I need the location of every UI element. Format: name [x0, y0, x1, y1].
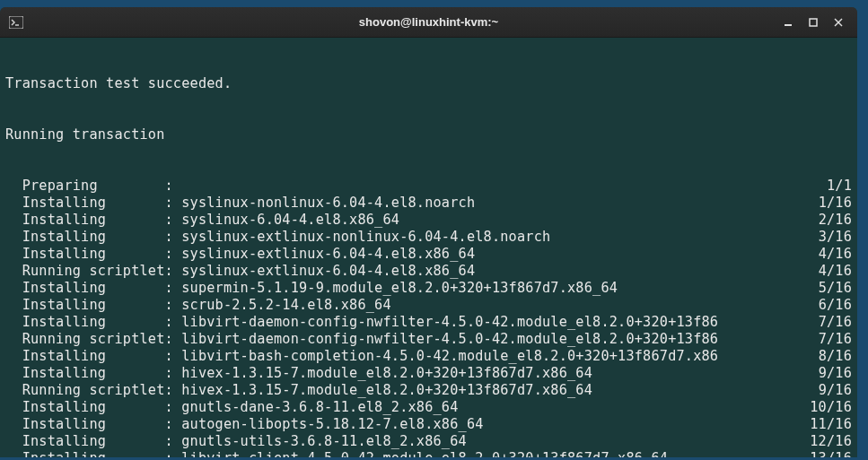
output-line: Transaction test succeeded. — [5, 75, 852, 92]
action-label: Installing : — [5, 297, 181, 314]
action-label: Installing : — [5, 433, 181, 450]
package-name: syslinux-extlinux-6.04-4.el8.x86_64 — [181, 246, 798, 263]
progress-count: 2/16 — [798, 212, 852, 229]
close-button[interactable] — [832, 16, 845, 29]
output-line: Installing : libvirt-daemon-config-nwfil… — [5, 314, 852, 331]
output-line: Installing : syslinux-nonlinux-6.04-4.el… — [5, 195, 852, 212]
terminal-output[interactable]: Transaction test succeeded. Running tran… — [0, 38, 857, 457]
progress-count: 5/16 — [798, 280, 852, 297]
package-name: hivex-1.3.15-7.module_el8.2.0+320+13f867… — [181, 365, 798, 382]
package-name: hivex-1.3.15-7.module_el8.2.0+320+13f867… — [181, 382, 798, 399]
progress-count: 1/16 — [798, 195, 852, 212]
action-label: Installing : — [5, 365, 181, 382]
package-name: libvirt-bash-completion-4.5.0-42.module_… — [181, 348, 798, 365]
output-line: Running scriptlet: libvirt-daemon-config… — [5, 331, 852, 348]
package-name: syslinux-nonlinux-6.04-4.el8.noarch — [181, 195, 798, 212]
output-line: Installing : gnutls-dane-3.6.8-11.el8_2.… — [5, 399, 852, 416]
package-name: syslinux-extlinux-6.04-4.el8.x86_64 — [181, 263, 798, 280]
package-name: syslinux-extlinux-nonlinux-6.04-4.el8.no… — [181, 229, 798, 246]
package-name: libvirt-client-4.5.0-42.module_el8.2.0+3… — [181, 450, 798, 457]
package-name: autogen-libopts-5.18.12-7.el8.x86_64 — [181, 416, 798, 433]
action-label: Running scriptlet: — [5, 331, 181, 348]
output-line: Installing : syslinux-extlinux-6.04-4.el… — [5, 246, 852, 263]
svg-rect-3 — [810, 19, 817, 26]
output-line: Installing : syslinux-extlinux-nonlinux-… — [5, 229, 852, 246]
progress-count: 7/16 — [798, 314, 852, 331]
window-controls — [782, 7, 852, 38]
package-name — [173, 178, 798, 195]
output-line: Installing : supermin-5.1.19-9.module_el… — [5, 280, 852, 297]
action-label: Running scriptlet: — [5, 263, 181, 280]
output-line: Running scriptlet: syslinux-extlinux-6.0… — [5, 263, 852, 280]
output-line: Installing : hivex-1.3.15-7.module_el8.2… — [5, 365, 852, 382]
package-name: scrub-2.5.2-14.el8.x86_64 — [181, 297, 798, 314]
action-label: Installing : — [5, 212, 181, 229]
progress-count: 4/16 — [798, 246, 852, 263]
progress-count: 1/1 — [798, 178, 852, 195]
output-line: Installing : libvirt-client-4.5.0-42.mod… — [5, 450, 852, 457]
action-label: Installing : — [5, 348, 181, 365]
progress-count: 12/16 — [798, 433, 852, 450]
terminal-window: shovon@linuxhint-kvm:~ Transaction test … — [0, 7, 857, 457]
output-line: Installing : gnutls-utils-3.6.8-11.el8_2… — [5, 433, 852, 450]
output-line: Installing : autogen-libopts-5.18.12-7.e… — [5, 416, 852, 433]
progress-count: 3/16 — [798, 229, 852, 246]
package-name: libvirt-daemon-config-nwfilter-4.5.0-42.… — [181, 331, 798, 348]
output-line: Installing : libvirt-bash-completion-4.5… — [5, 348, 852, 365]
progress-count: 9/16 — [798, 382, 852, 399]
progress-count: 6/16 — [798, 297, 852, 314]
progress-count: 7/16 — [798, 331, 852, 348]
terminal-icon[interactable] — [9, 7, 23, 38]
progress-count: 8/16 — [798, 348, 852, 365]
output-line: Running scriptlet: hivex-1.3.15-7.module… — [5, 382, 852, 399]
output-line: Installing : syslinux-6.04-4.el8.x86_642… — [5, 212, 852, 229]
action-label: Installing : — [5, 280, 181, 297]
package-name: libvirt-daemon-config-nwfilter-4.5.0-42.… — [181, 314, 798, 331]
window-title: shovon@linuxhint-kvm:~ — [359, 15, 498, 29]
action-label: Installing : — [5, 229, 181, 246]
package-name: gnutls-dane-3.6.8-11.el8_2.x86_64 — [181, 399, 798, 416]
progress-count: 13/16 — [798, 450, 852, 457]
action-label: Running scriptlet: — [5, 382, 181, 399]
package-name: supermin-5.1.19-9.module_el8.2.0+320+13f… — [181, 280, 798, 297]
package-name: syslinux-6.04-4.el8.x86_64 — [181, 212, 798, 229]
progress-count: 10/16 — [798, 399, 852, 416]
action-label: Installing : — [5, 314, 181, 331]
maximize-button[interactable] — [807, 16, 820, 29]
minimize-button[interactable] — [782, 16, 794, 29]
action-label: Installing : — [5, 195, 181, 212]
package-name: gnutls-utils-3.6.8-11.el8_2.x86_64 — [181, 433, 798, 450]
titlebar: shovon@linuxhint-kvm:~ — [0, 7, 857, 38]
output-line: Preparing :1/1 — [5, 178, 852, 195]
progress-count: 9/16 — [798, 365, 852, 382]
progress-count: 11/16 — [798, 416, 852, 433]
progress-count: 4/16 — [798, 263, 852, 280]
output-line: Running transaction — [5, 126, 852, 143]
action-label: Installing : — [5, 450, 181, 457]
action-label: Installing : — [5, 246, 181, 263]
action-label: Installing : — [5, 399, 181, 416]
output-line: Installing : scrub-2.5.2-14.el8.x86_646/… — [5, 297, 852, 314]
action-label: Preparing : — [5, 178, 173, 195]
action-label: Installing : — [5, 416, 181, 433]
svg-rect-0 — [9, 16, 23, 29]
